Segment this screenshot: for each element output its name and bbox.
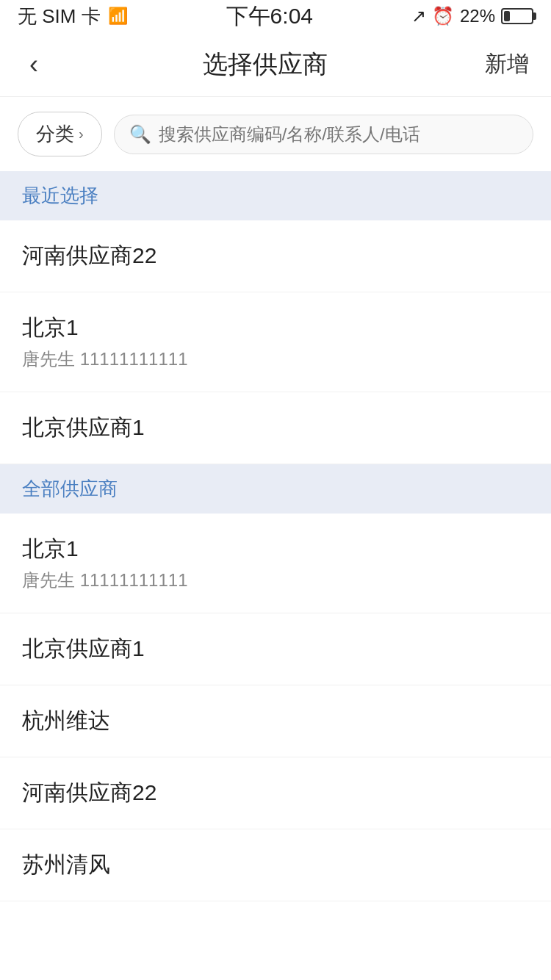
status-left: 无 SIM 卡 📶 — [18, 4, 128, 29]
item-sub: 唐先生 11111111111 — [22, 347, 529, 371]
battery-percent: 22% — [460, 6, 495, 26]
search-icon: 🔍 — [129, 124, 151, 145]
list-item[interactable]: 河南供应商22 — [0, 220, 551, 292]
back-button[interactable]: ‹ — [22, 42, 46, 87]
category-label: 分类 — [36, 121, 74, 147]
location-icon: ↗ — [411, 6, 426, 26]
search-input[interactable] — [159, 124, 518, 145]
page-title: 选择供应商 — [203, 48, 328, 82]
all-section-header: 全部供应商 — [0, 464, 551, 514]
all-items-list: 北京1唐先生 11111111111北京供应商1杭州维达河南供应商22苏州清风 — [0, 514, 551, 901]
item-name: 北京1 — [22, 534, 529, 564]
item-name: 苏州清风 — [22, 850, 529, 880]
new-action-button[interactable]: 新增 — [485, 49, 529, 79]
category-filter-button[interactable]: 分类 › — [18, 112, 102, 156]
filter-bar: 分类 › 🔍 — [0, 97, 551, 171]
list-item[interactable]: 北京供应商1 — [0, 613, 551, 685]
item-name: 北京1 — [22, 313, 529, 343]
item-name: 北京供应商1 — [22, 634, 529, 664]
search-box[interactable]: 🔍 — [114, 115, 533, 154]
battery-icon — [501, 8, 533, 24]
item-sub: 唐先生 11111111111 — [22, 569, 529, 592]
list-item[interactable]: 苏州清风 — [0, 829, 551, 901]
all-section-label: 全部供应商 — [22, 478, 118, 500]
item-name: 北京供应商1 — [22, 413, 529, 443]
wifi-icon: 📶 — [108, 7, 128, 26]
list-item[interactable]: 北京供应商1 — [0, 392, 551, 464]
nav-bar: ‹ 选择供应商 新增 — [0, 32, 551, 97]
item-name: 河南供应商22 — [22, 241, 529, 271]
list-item[interactable]: 杭州维达 — [0, 685, 551, 757]
list-item[interactable]: 北京1唐先生 11111111111 — [0, 292, 551, 392]
list-item[interactable]: 河南供应商22 — [0, 757, 551, 829]
recent-section-header: 最近选择 — [0, 171, 551, 220]
recent-section-label: 最近选择 — [22, 184, 98, 206]
status-bar: 无 SIM 卡 📶 下午6:04 ↗ ⏰ 22% — [0, 0, 551, 32]
list-item[interactable]: 北京1唐先生 11111111111 — [0, 514, 551, 613]
item-name: 杭州维达 — [22, 706, 529, 736]
no-sim-label: 无 SIM 卡 — [18, 4, 101, 29]
category-chevron-icon: › — [79, 126, 84, 143]
status-right: ↗ ⏰ 22% — [411, 6, 533, 26]
item-name: 河南供应商22 — [22, 778, 529, 808]
recent-items-list: 河南供应商22北京1唐先生 11111111111北京供应商1 — [0, 220, 551, 464]
status-time: 下午6:04 — [226, 1, 313, 32]
alarm-icon: ⏰ — [432, 6, 454, 26]
